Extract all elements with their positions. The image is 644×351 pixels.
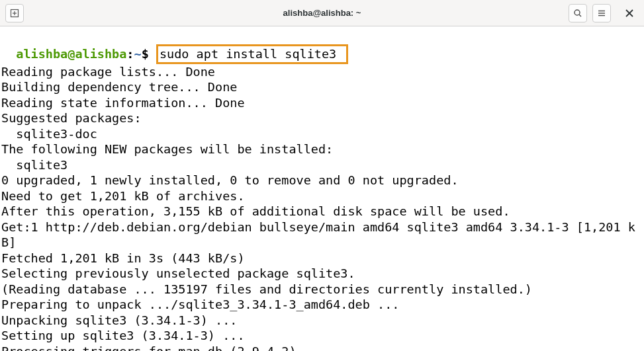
output-line: (Reading database ... 135197 files and d… [1, 282, 643, 297]
window-titlebar: alishba@alishba: ~ [0, 0, 644, 26]
output-line: Processing triggers for man-db (2.9.4-2)… [1, 344, 643, 351]
search-button[interactable] [569, 4, 587, 22]
output-line: sqlite3-doc [1, 126, 643, 141]
hamburger-icon [597, 9, 606, 18]
titlebar-left-controls [5, 4, 26, 22]
output-line: Setting up sqlite3 (3.34.1-3) ... [1, 328, 643, 343]
prompt-separator: : [126, 47, 134, 61]
svg-line-4 [579, 15, 581, 17]
output-line: Fetched 1,201 kB in 3s (443 kB/s) [1, 251, 643, 266]
prompt-dollar: $ [142, 47, 149, 61]
output-line: The following NEW packages will be insta… [1, 141, 643, 157]
terminal-output-area[interactable]: alishba@alishba:~$ sudo apt install sqli… [0, 26, 644, 351]
new-tab-button[interactable] [5, 4, 24, 22]
titlebar-right-controls [569, 4, 639, 22]
prompt-user: alishba@alishba [16, 47, 126, 61]
output-line: Need to get 1,201 kB of archives. [1, 188, 643, 204]
output-line: Preparing to unpack .../sqlite3_3.34.1-3… [1, 297, 643, 312]
search-icon [573, 9, 582, 18]
output-line: Unpacking sqlite3 (3.34.1-3) ... [1, 313, 643, 328]
output-line: After this operation, 3,155 kB of additi… [1, 204, 643, 219]
output-lines: Reading package lists... DoneBuilding de… [1, 64, 643, 351]
close-icon [625, 9, 633, 17]
output-line: Get:1 http://deb.debian.org/debian bulls… [1, 219, 643, 251]
output-line: Reading package lists... Done [1, 64, 643, 79]
output-line: Selecting previously unselected package … [1, 266, 643, 281]
menu-button[interactable] [592, 4, 611, 22]
window-title: alishba@alishba: ~ [283, 8, 361, 18]
output-line: sqlite3 [1, 157, 643, 173]
output-line: Reading state information... Done [1, 95, 643, 110]
output-line: 0 upgraded, 1 newly installed, 0 to remo… [1, 173, 643, 188]
new-tab-icon [10, 9, 19, 18]
command-highlight: sudo apt install sqlite3 [156, 44, 348, 63]
output-line: Suggested packages: [1, 110, 643, 126]
close-button[interactable] [620, 4, 639, 22]
prompt-path: ~ [134, 47, 142, 61]
typed-command: sudo apt install sqlite3 [160, 47, 336, 61]
svg-point-3 [575, 10, 580, 15]
output-line: Building dependency tree... Done [1, 79, 643, 95]
